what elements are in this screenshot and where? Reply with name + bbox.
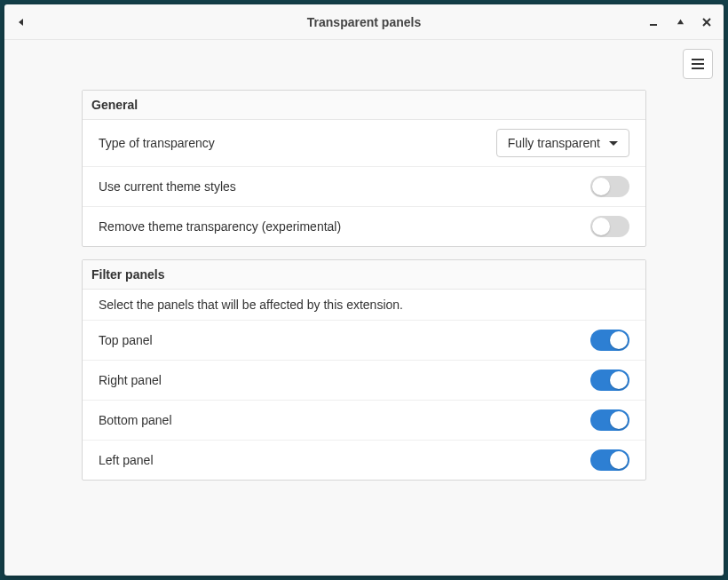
window-menu-button[interactable]	[13, 14, 29, 30]
close-button[interactable]	[699, 14, 715, 30]
remove-theme-transparency-toggle[interactable]	[590, 216, 629, 237]
window-title: Transparent panels	[307, 15, 421, 29]
filter-panels-header: Filter panels	[83, 260, 645, 290]
general-section: General Type of transparency Fully trans…	[82, 90, 646, 247]
svg-rect-1	[650, 24, 657, 26]
use-theme-styles-toggle[interactable]	[590, 176, 629, 197]
svg-marker-0	[19, 19, 23, 26]
right-panel-label: Right panel	[99, 373, 162, 387]
use-theme-styles-row: Use current theme styles	[83, 167, 645, 207]
bottom-panel-label: Bottom panel	[99, 413, 172, 427]
right-panel-toggle[interactable]	[590, 369, 629, 391]
maximize-button[interactable]	[672, 14, 688, 30]
menu-button[interactable]	[683, 49, 713, 79]
transparency-type-label: Type of transparency	[99, 136, 215, 150]
transparency-type-value: Fully transparent	[508, 136, 600, 150]
filter-panels-info: Select the panels that will be affected …	[83, 290, 645, 321]
top-panel-toggle[interactable]	[590, 330, 629, 351]
transparency-type-row: Type of transparency Fully transparent	[83, 120, 645, 167]
top-panel-label: Top panel	[99, 333, 153, 347]
hamburger-icon	[692, 59, 704, 69]
titlebar: Transparent panels	[4, 4, 724, 40]
svg-marker-2	[677, 20, 683, 24]
left-panel-toggle[interactable]	[590, 449, 629, 471]
content-area: General Type of transparency Fully trans…	[4, 40, 724, 576]
remove-theme-transparency-row: Remove theme transparency (experimental)	[83, 207, 645, 246]
remove-theme-transparency-label: Remove theme transparency (experimental)	[99, 219, 341, 234]
left-panel-row: Left panel	[83, 441, 645, 480]
filter-panels-section: Filter panels Select the panels that wil…	[82, 259, 646, 481]
chevron-down-icon	[609, 141, 618, 146]
top-panel-row: Top panel	[83, 321, 645, 361]
general-header: General	[83, 91, 645, 120]
minimize-button[interactable]	[645, 14, 661, 30]
settings-window: Transparent panels General Type o	[4, 4, 724, 576]
transparency-type-dropdown[interactable]: Fully transparent	[496, 129, 629, 157]
bottom-panel-toggle[interactable]	[590, 409, 629, 431]
left-panel-label: Left panel	[99, 453, 154, 467]
bottom-panel-row: Bottom panel	[83, 401, 645, 441]
use-theme-styles-label: Use current theme styles	[99, 179, 236, 194]
right-panel-row: Right panel	[83, 361, 645, 401]
